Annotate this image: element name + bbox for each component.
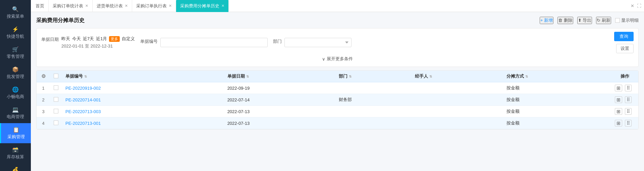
sidebar-label-inventory: 库存核算 — [7, 154, 24, 160]
cell-num-1: 2 — [37, 94, 50, 106]
shortcut-today[interactable]: 今天 — [72, 36, 81, 42]
cell-doc-no-3: PE-20220713-001 — [62, 117, 224, 129]
tab-close-purchase-order-exec[interactable]: ✕ — [169, 4, 172, 8]
select-all-checkbox[interactable] — [54, 74, 58, 78]
sidebar-item-ecom[interactable]: 💻 电商管理 — [0, 103, 31, 123]
shortcut-7days[interactable]: 近7天 — [83, 36, 94, 42]
sidebar-label-quicknav: 快捷导航 — [7, 33, 24, 39]
cell-action-0: ⊞ ⠿ — [611, 82, 638, 94]
doc-no-input[interactable] — [160, 38, 268, 47]
shortcut-1month[interactable]: 近1月 — [96, 36, 107, 42]
row-checkbox-1[interactable] — [54, 97, 58, 102]
doc-no-link-3[interactable]: PE-20220713-001 — [65, 121, 101, 126]
dept-label: 部门 — [273, 38, 282, 45]
date-section: 昨天 今天 近7天 近1月 更多 自定义 2022-01-01 至 2022-1… — [61, 36, 135, 49]
more-icon-1[interactable]: ⠿ — [625, 96, 632, 103]
view-icon-3[interactable]: ⊞ — [615, 120, 622, 126]
date-filter-group: 单据日期 昨天 今天 近7天 近1月 更多 自定义 2022-01-01 至 2… — [41, 36, 135, 49]
sidebar-icon-ecom-small: 🌐 — [12, 86, 19, 93]
sidebar-label-search: 搜索菜单 — [7, 13, 24, 19]
doc-no-link-2[interactable]: PE-20220713-003 — [65, 109, 101, 114]
sidebar-label-retail: 零售管理 — [7, 54, 24, 60]
th-doc-date[interactable]: 单据日期 ⇅ — [224, 71, 336, 82]
data-table-wrap: ⚙ 单据编号 ⇅ 单据日期 — [36, 70, 639, 130]
th-doc-no[interactable]: 单据编号 ⇅ — [62, 71, 224, 82]
view-icon-1[interactable]: ⊞ — [615, 96, 622, 103]
query-button[interactable]: 查询 — [614, 32, 634, 41]
sidebar-icon-finance: 💰 — [12, 167, 19, 171]
chevron-down-icon: ∨ — [322, 57, 325, 62]
shortcut-more[interactable]: 更多 — [109, 36, 120, 42]
more-icon-3[interactable]: ⠿ — [625, 120, 632, 126]
cell-checkbox-0 — [50, 82, 62, 94]
shortcut-yesterday[interactable]: 昨天 — [61, 36, 70, 42]
cell-date-2: 2022-07-13 — [224, 106, 336, 117]
tab-purchase-order-summary[interactable]: 采购订单统计表✕ — [49, 0, 93, 12]
cell-split-2: 按金额 — [503, 106, 611, 117]
sidebar-item-retail[interactable]: 🛒 零售管理 — [0, 43, 31, 63]
tab-stock-summary[interactable]: 进货单统计表✕ — [93, 0, 132, 12]
dept-filter-group: 部门 — [273, 38, 352, 47]
date-range-value: 2022-01-01 至 2022-12-31 — [61, 43, 113, 49]
sidebar-item-purchase[interactable]: 📋 采购管理 — [0, 123, 31, 143]
export-button[interactable]: ⬆ 导出 — [577, 17, 592, 24]
sidebar-item-wholesale[interactable]: 📦 批发管理 — [0, 63, 31, 83]
cell-date-0: 2022-09-19 — [224, 82, 336, 94]
dept-select[interactable] — [284, 38, 352, 47]
sidebar-icon-quicknav: ⚡ — [12, 26, 19, 32]
th-action: 操作 — [611, 71, 638, 82]
sidebar-label-purchase: 采购管理 — [7, 134, 25, 140]
cell-handler-3 — [412, 117, 503, 129]
sidebar-label-wholesale: 批发管理 — [7, 74, 24, 80]
th-handler[interactable]: 经手人 ⇅ — [412, 71, 503, 82]
th-settings: ⚙ — [37, 71, 50, 82]
add-button[interactable]: + 新增 — [540, 17, 553, 24]
more-icon-0[interactable]: ⠿ — [625, 85, 632, 91]
cell-dept-1: 财务部 — [335, 94, 412, 106]
sidebar-item-ecom-small[interactable]: 🌐 小畅电商 — [0, 83, 31, 103]
column-settings-icon[interactable]: ⚙ — [41, 73, 46, 79]
cell-doc-no-1: PE-20220714-001 — [62, 94, 224, 106]
settings-button[interactable]: 设置 — [616, 44, 634, 53]
tab-purchase-order-exec[interactable]: 采购订单执行表✕ — [132, 0, 176, 12]
sort-dept-icon: ⇅ — [349, 75, 352, 78]
show-detail-label: 显示明细 — [615, 17, 639, 23]
maximize-window-icon[interactable]: ⛶ — [637, 3, 641, 8]
cell-action-2: ⊞ ⠿ — [611, 106, 638, 117]
doc-no-link-0[interactable]: PE-20220919-002 — [65, 86, 101, 91]
expand-more-btn[interactable]: ∨ 展开更多条件 — [41, 55, 634, 63]
shortcut-custom[interactable]: 自定义 — [122, 36, 135, 42]
view-icon-2[interactable]: ⊞ — [615, 108, 622, 115]
tab-home[interactable]: 首页 — [34, 0, 49, 12]
main-content: 首页采购订单统计表✕进货单统计表✕采购订单执行表✕采购费用分摊单历史✕ ✕ ⛶ … — [31, 0, 644, 171]
sidebar-item-inventory[interactable]: 🗃️ 库存核算 — [0, 143, 31, 163]
sidebar-icon-ecom: 💻 — [12, 106, 19, 113]
th-dept[interactable]: 部门 ⇅ — [335, 71, 412, 82]
sidebar-item-search[interactable]: 🔍 搜索菜单 — [0, 3, 31, 23]
sort-split-icon: ⇅ — [525, 75, 528, 78]
close-window-icon[interactable]: ✕ — [631, 3, 634, 8]
sidebar-icon-inventory: 🗃️ — [12, 147, 19, 153]
data-table: ⚙ 单据编号 ⇅ 单据日期 — [37, 71, 638, 129]
table-row: 4 PE-20220713-001 2022-07-13 按金额 ⊞ ⠿ — [37, 117, 638, 129]
sidebar-item-quicknav[interactable]: ⚡ 快捷导航 — [0, 23, 31, 43]
tab-close-stock-summary[interactable]: ✕ — [125, 4, 128, 8]
tab-purchase-cost[interactable]: 采购费用分摊单历史✕ — [176, 0, 229, 12]
row-checkbox-2[interactable] — [54, 109, 58, 113]
th-split-method[interactable]: 分摊方式 ⇅ — [503, 71, 611, 82]
tab-close-purchase-cost[interactable]: ✕ — [221, 4, 224, 8]
tab-close-purchase-order-summary[interactable]: ✕ — [85, 4, 88, 8]
cell-doc-no-0: PE-20220919-002 — [62, 82, 224, 94]
show-detail-checkbox[interactable] — [615, 18, 620, 23]
more-icon-2[interactable]: ⠿ — [625, 108, 632, 115]
sort-doc-date-icon: ⇅ — [246, 75, 249, 78]
sidebar-item-finance[interactable]: 💰 资金管理 — [0, 163, 31, 171]
delete-button[interactable]: 🗑 删除 — [557, 17, 573, 24]
doc-no-link-1[interactable]: PE-20220714-001 — [65, 97, 101, 102]
view-icon-0[interactable]: ⊞ — [615, 85, 622, 91]
cell-dept-2 — [335, 106, 412, 117]
row-checkbox-0[interactable] — [54, 85, 58, 90]
refresh-button[interactable]: ↻ 刷新 — [596, 17, 611, 24]
row-checkbox-3[interactable] — [54, 120, 58, 125]
cell-split-1: 按金额 — [503, 94, 611, 106]
